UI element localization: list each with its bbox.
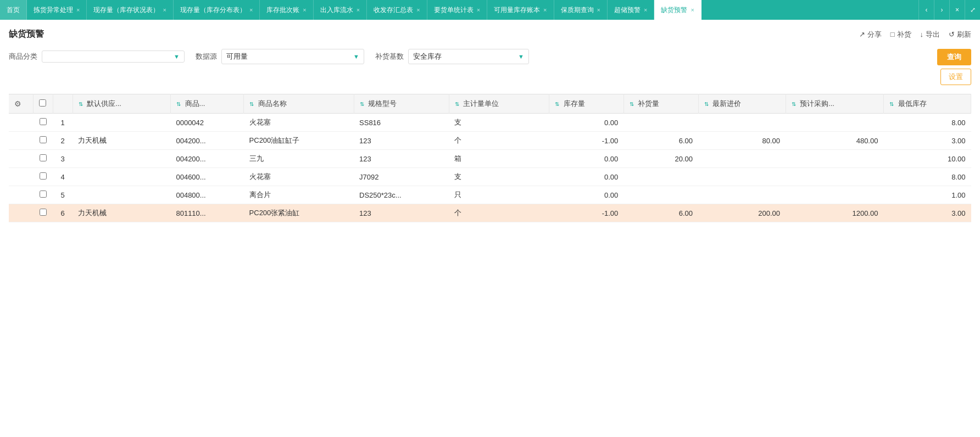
category-select[interactable]: ▼	[42, 51, 185, 63]
col-header-product-code[interactable]: ⇅ 商品...	[170, 94, 243, 114]
close-tab-order-stats[interactable]: ×	[477, 7, 480, 13]
replenish-action[interactable]: □ 补货	[890, 30, 911, 40]
row-unit-1: 个	[449, 132, 549, 150]
col-header-supplier[interactable]: ⇅ 默认供应...	[73, 94, 170, 114]
row-check-3[interactable]	[33, 168, 53, 186]
row-est-purchase-0	[786, 114, 883, 132]
tab-inventory-status[interactable]: 现存量（库存状况表） ×	[87, 0, 173, 20]
row-checkbox-5[interactable]	[40, 209, 47, 216]
row-check-1[interactable]	[33, 132, 53, 150]
row-product-code-1: 004200...	[170, 132, 243, 150]
gear-icon[interactable]: ⚙	[14, 99, 21, 108]
tab-exception[interactable]: 拣货异常处理 ×	[27, 0, 87, 20]
row-product-name-0: 火花塞	[244, 114, 354, 132]
col-header-product-name[interactable]: ⇅ 商品名称	[244, 94, 354, 114]
share-action[interactable]: ↗ 分享	[859, 30, 882, 40]
col-header-replenish-qty[interactable]: ⇅ 补货量	[623, 94, 698, 114]
tab-nav-buttons: ‹ › × ⤢	[918, 0, 980, 20]
col-header-latest-price[interactable]: ⇅ 最新进价	[698, 94, 786, 114]
row-checkbox-4[interactable]	[40, 191, 47, 198]
tab-collect-summary[interactable]: 收发存汇总表 ×	[367, 0, 427, 20]
row-check-2[interactable]	[33, 150, 53, 168]
sort-icon-product-code: ⇅	[176, 101, 181, 107]
col-header-stock[interactable]: ⇅ 库存量	[549, 94, 624, 114]
row-check-4[interactable]	[33, 186, 53, 204]
tab-next-button[interactable]: ›	[934, 0, 949, 20]
tab-home[interactable]: 首页	[0, 0, 27, 20]
tab-inventory-dist[interactable]: 现存量（库存分布表） ×	[174, 0, 260, 20]
select-all-checkbox[interactable]	[39, 99, 46, 107]
tab-overstock[interactable]: 超储预警 ×	[608, 0, 654, 20]
row-unit-3: 支	[449, 168, 549, 186]
replenish-base-label: 补货基数	[375, 52, 404, 61]
row-est-purchase-3	[786, 168, 883, 186]
close-tab-collect-summary[interactable]: ×	[416, 7, 420, 13]
row-min-stock-1: 3.00	[883, 132, 971, 150]
row-latest-price-2	[698, 150, 786, 168]
row-check-5[interactable]	[33, 204, 53, 222]
row-min-stock-0: 8.00	[883, 114, 971, 132]
tab-close-button[interactable]: ×	[949, 0, 965, 20]
datasource-arrow-icon: ▼	[353, 53, 359, 60]
datasource-select[interactable]: 可用量 ▼	[221, 49, 364, 64]
refresh-action[interactable]: ↺ 刷新	[949, 30, 971, 40]
settings-button[interactable]: 设置	[940, 69, 971, 85]
row-stock-1: -1.00	[549, 132, 624, 150]
close-tab-batch-account[interactable]: ×	[303, 7, 306, 13]
row-unit-2: 箱	[449, 150, 549, 168]
tab-available-ledger[interactable]: 可用量库存账本 ×	[487, 0, 554, 20]
close-tab-shortage[interactable]: ×	[691, 7, 694, 13]
row-est-purchase-2	[786, 150, 883, 168]
row-settings-5	[9, 204, 33, 222]
sort-icon-spec: ⇅	[360, 101, 364, 107]
tab-inout-flow[interactable]: 出入库流水 ×	[314, 0, 367, 20]
row-supplier-5: 力天机械	[73, 204, 170, 222]
close-tab-exception[interactable]: ×	[76, 7, 80, 13]
row-unit-4: 只	[449, 186, 549, 204]
row-stock-4: 0.00	[549, 186, 624, 204]
col-header-spec[interactable]: ⇅ 规格型号	[354, 94, 449, 114]
col-header-unit[interactable]: ⇅ 主计量单位	[449, 94, 549, 114]
col-header-settings[interactable]: ⚙	[9, 94, 33, 114]
close-tab-available-ledger[interactable]: ×	[543, 7, 547, 13]
row-product-name-4: 离合片	[244, 186, 354, 204]
row-checkbox-0[interactable]	[40, 118, 47, 125]
row-unit-0: 支	[449, 114, 549, 132]
close-tab-inout-flow[interactable]: ×	[357, 7, 360, 13]
row-product-code-0: 0000042	[170, 114, 243, 132]
close-tab-expiry-query[interactable]: ×	[597, 7, 600, 13]
row-checkbox-3[interactable]	[40, 172, 47, 180]
row-product-code-4: 004800...	[170, 186, 243, 204]
tab-batch-account[interactable]: 库存批次账 ×	[260, 0, 313, 20]
row-latest-price-3	[698, 168, 786, 186]
replenish-base-select[interactable]: 安全库存 ▼	[408, 49, 529, 64]
category-arrow-icon: ▼	[174, 53, 180, 60]
col-header-check[interactable]	[33, 94, 53, 114]
row-num-4: 5	[53, 186, 73, 204]
export-action[interactable]: ↓ 导出	[920, 30, 940, 40]
tab-order-stats[interactable]: 要货单统计表 ×	[427, 0, 487, 20]
row-replenish-qty-1: 6.00	[623, 132, 698, 150]
datasource-filter: 数据源 可用量 ▼	[196, 49, 364, 64]
datasource-label: 数据源	[196, 52, 217, 61]
row-spec-2: 123	[354, 150, 449, 168]
tab-fullscreen-button[interactable]: ⤢	[965, 0, 980, 20]
row-product-name-5: PC200张紧油缸	[244, 204, 354, 222]
row-product-code-3: 004600...	[170, 168, 243, 186]
row-product-name-1: PC200油缸缸子	[244, 132, 354, 150]
tab-prev-button[interactable]: ‹	[918, 0, 934, 20]
close-tab-inventory-status[interactable]: ×	[163, 7, 166, 13]
row-unit-5: 个	[449, 204, 549, 222]
query-button[interactable]: 查询	[937, 49, 971, 65]
row-checkbox-1[interactable]	[40, 136, 47, 143]
sort-icon-supplier: ⇅	[79, 101, 83, 107]
tab-shortage[interactable]: 缺货预警 ×	[654, 0, 701, 20]
row-checkbox-2[interactable]	[40, 154, 47, 161]
col-header-min-stock[interactable]: ⇅ 最低库存	[883, 94, 971, 114]
row-check-0[interactable]	[33, 114, 53, 132]
close-tab-inventory-dist[interactable]: ×	[249, 7, 253, 13]
col-header-est-purchase[interactable]: ⇅ 预计采购...	[786, 94, 883, 114]
close-tab-overstock[interactable]: ×	[644, 7, 647, 13]
row-spec-1: 123	[354, 132, 449, 150]
tab-expiry-query[interactable]: 保质期查询 ×	[554, 0, 608, 20]
